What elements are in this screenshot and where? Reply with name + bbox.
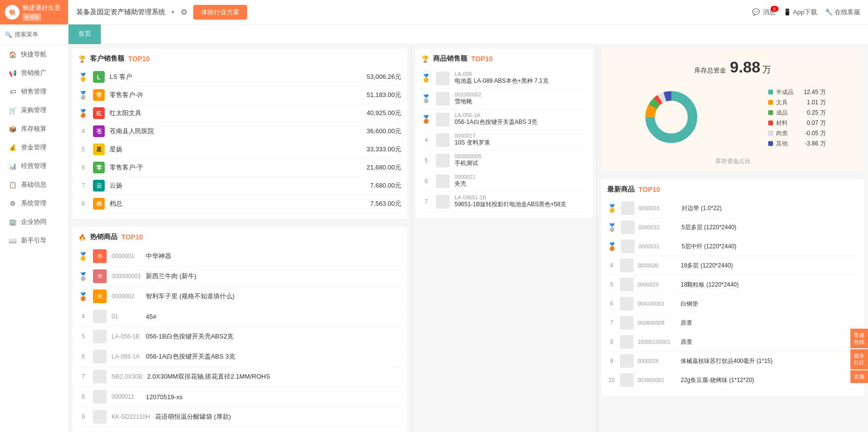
new-product-4: 4 0000030 18多层 (1220*2440) bbox=[607, 256, 858, 275]
new-code-5: 0000029 bbox=[638, 282, 677, 288]
hot-name-4: 45# bbox=[146, 313, 401, 320]
customer-ranking-card: 🏆 客户销售额 TOP10 🥇 L LS 客户 53,006.26元 🥈 零 零… bbox=[72, 48, 407, 219]
donut-svg bbox=[640, 85, 703, 149]
app-name: 畅捷通好生意 bbox=[23, 3, 61, 12]
new-code-9: 0000028 bbox=[638, 358, 677, 364]
float-buttons: 客服热线 服务社区 直播 bbox=[850, 329, 868, 383]
dropdown-arrow-icon[interactable]: ▾ bbox=[171, 8, 175, 16]
hot-product-1: 🥇 图 0000001 中华神器 bbox=[78, 246, 401, 266]
mid-medal-1: 🥇 bbox=[421, 73, 431, 83]
content-area: 🏆 客户销售额 TOP10 🥇 L LS 客户 53,006.26元 🥈 零 零… bbox=[69, 45, 868, 432]
new-name-3: 5层中纤 (1220*2440) bbox=[682, 242, 858, 251]
tab-home[interactable]: 首页 bbox=[69, 24, 101, 44]
mid-rank-6: 6 bbox=[421, 178, 431, 185]
new-product-1: 🥇 0000033 封边带 (1.0*22) bbox=[607, 199, 858, 218]
sidebar-item-enterprise[interactable]: 🏢 企业协同 bbox=[0, 213, 68, 231]
hot-name-5: 056-1B白色按键开关壳ABS2克 bbox=[146, 332, 401, 341]
mid-medal-2: 🥈 bbox=[421, 94, 431, 103]
legend-dot-5 bbox=[768, 131, 773, 136]
finance-icon: 💰 bbox=[8, 143, 17, 152]
inventory-card: 库存总资金 9.88 万 bbox=[601, 48, 864, 171]
online-service[interactable]: 🔧 在线客服 bbox=[825, 8, 860, 17]
main-area: 装备及固定资产辅助管理系统 ▾ ⚙ 体验行业方案 💬 消息 6 📱 App下载 … bbox=[69, 0, 868, 432]
fire-icon: 🔥 bbox=[78, 234, 86, 241]
sidebar-item-operations[interactable]: 📊 经营管理 bbox=[0, 157, 68, 175]
legend-value-5: -0.05 万 bbox=[797, 129, 826, 138]
left-panel: 🏆 客户销售额 TOP10 🥇 L LS 客户 53,006.26元 🥈 零 零… bbox=[69, 45, 411, 432]
new-product-2: 🥈 0000032 5层多层 (1220*2440) bbox=[607, 218, 858, 237]
service-icon: 🔧 bbox=[825, 8, 833, 16]
float-community[interactable]: 服务社区 bbox=[850, 349, 868, 369]
customer-rank-2: 🥈 零 零售客户-许 51,183.00元 bbox=[78, 86, 401, 104]
sidebar-item-finance[interactable]: 💰 资金管理 bbox=[0, 138, 68, 157]
new-products-header: 最新商品 TOP10 bbox=[607, 185, 858, 194]
sidebar-item-guide[interactable]: 📖 新手引导 bbox=[0, 231, 68, 250]
rank-num-6: 6 bbox=[78, 164, 88, 171]
customer-name-2: 零售客户-许 bbox=[110, 91, 362, 99]
mid-name-5: 手机测试 bbox=[455, 159, 587, 168]
customer-badge-5: 星 bbox=[93, 144, 105, 155]
customer-name-6: 零售客户-于 bbox=[110, 163, 362, 172]
medal-3: 🥉 bbox=[78, 109, 88, 118]
hot-rank-7: 7 bbox=[78, 373, 88, 380]
new-code-2: 0000032 bbox=[639, 224, 678, 230]
new-thumb-3 bbox=[621, 240, 635, 253]
new-thumb-9 bbox=[620, 354, 634, 368]
app-download[interactable]: 📱 App下载 bbox=[783, 8, 817, 17]
customer-rank-1: 🥇 L LS 客户 53,006.26元 bbox=[78, 68, 401, 86]
customer-rank-7: 7 云 云扬 7,680.00元 bbox=[78, 177, 401, 195]
trophy2-icon: 🏆 bbox=[421, 55, 429, 63]
mid-thumb-5 bbox=[436, 154, 450, 168]
hot-rank-6: 6 bbox=[78, 353, 88, 360]
trophy-icon: 🏆 bbox=[78, 55, 86, 63]
notifications-badge[interactable]: 💬 消息 6 bbox=[752, 8, 776, 17]
sidebar-item-basic-info[interactable]: 📋 基础信息 bbox=[0, 175, 68, 194]
hot-code-2: 000500001 bbox=[112, 273, 141, 280]
float-live[interactable]: 直播 bbox=[850, 370, 868, 383]
hot-medal-3: 🥉 bbox=[78, 292, 88, 301]
rank-num-4: 4 bbox=[78, 128, 88, 135]
customer-name-7: 云扬 bbox=[110, 181, 365, 190]
customer-amount-3: 40,925.00元 bbox=[366, 109, 401, 118]
float-customer-service[interactable]: 客服热线 bbox=[850, 329, 868, 349]
new-code-4: 0000030 bbox=[638, 263, 677, 268]
new-medal-3: 🥉 bbox=[607, 242, 617, 251]
inventory-total-unit: 万 bbox=[762, 65, 771, 74]
search-menu-button[interactable]: 🔍 搜索菜单 bbox=[5, 28, 63, 41]
donut-container: 半成品 12.45 万 文具 1.01 万 成品 0.25 万 bbox=[607, 80, 858, 155]
sidebar-item-label: 库存核算 bbox=[21, 124, 46, 133]
customer-amount-2: 51,183.00元 bbox=[366, 91, 401, 99]
legend-dot-6 bbox=[768, 141, 773, 146]
settings-icon[interactable]: ⚙ bbox=[181, 7, 187, 17]
sidebar-item-quick-nav[interactable]: 🏠 快捷导航 bbox=[0, 45, 68, 64]
customer-badge-4: 苍 bbox=[93, 125, 105, 137]
sidebar-item-label: 营销推广 bbox=[21, 69, 46, 77]
product-thumb-3: 图 bbox=[93, 289, 107, 303]
enterprise-icon: 🏢 bbox=[8, 217, 17, 226]
legend-item-2: 文具 1.01 万 bbox=[768, 98, 826, 107]
legend-label-1: 半成品 bbox=[776, 88, 794, 96]
product-thumb-9 bbox=[93, 410, 107, 424]
sidebar-item-purchase[interactable]: 🛒 采购管理 bbox=[0, 101, 68, 120]
header: 装备及固定资产辅助管理系统 ▾ ⚙ 体验行业方案 💬 消息 6 📱 App下载 … bbox=[69, 0, 868, 24]
new-name-10: 22g鱼豆腐-烧烤味 (1*12*20) bbox=[681, 376, 858, 384]
sidebar-item-system[interactable]: ⚙ 系统管理 bbox=[0, 194, 68, 213]
operations-icon: 📊 bbox=[8, 162, 17, 170]
inventory-icon: 📦 bbox=[8, 124, 17, 133]
logo-icon: 畅 bbox=[5, 5, 20, 20]
new-products-card: 最新商品 TOP10 🥇 0000033 封边带 (1.0*22) 🥈 0000… bbox=[601, 179, 864, 396]
sidebar-item-sales[interactable]: 🏷 销售管理 bbox=[0, 82, 68, 101]
trial-button[interactable]: 体验行业方案 bbox=[193, 5, 247, 20]
sidebar-item-label: 基础信息 bbox=[21, 180, 46, 189]
new-name-7: 原查 bbox=[681, 319, 858, 327]
sidebar-item-inventory[interactable]: 📦 库存核算 bbox=[0, 120, 68, 138]
legend-label-2: 文具 bbox=[776, 98, 794, 107]
customer-amount-6: 21,680.00元 bbox=[366, 163, 401, 172]
sidebar-item-marketing[interactable]: 📢 营销推广 bbox=[0, 64, 68, 82]
sidebar-item-label: 资金管理 bbox=[21, 143, 46, 152]
sidebar-item-label: 销售管理 bbox=[21, 87, 46, 96]
middle-panel: 🏆 商品销售额 TOP10 🥇 LA-089 电池盖 LA-089 ABS本色+… bbox=[411, 45, 597, 432]
hot-code-3: 0000002 bbox=[112, 293, 141, 300]
legend-dot-1 bbox=[768, 90, 773, 95]
customer-rank-4: 4 苍 苍南县人民医院 36,600.00元 bbox=[78, 122, 401, 141]
